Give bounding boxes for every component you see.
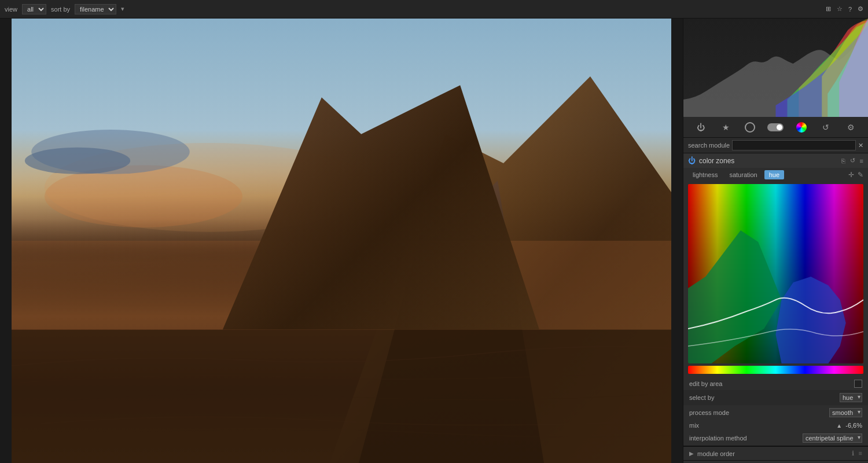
module-copy-icon[interactable]: ⎘	[841, 157, 845, 164]
sort-by-label: sort by	[51, 6, 70, 13]
toggle-switch[interactable]	[767, 123, 784, 131]
color-wheel-icon[interactable]	[796, 122, 807, 133]
search-module-input[interactable]	[732, 140, 856, 150]
color-zones-svg	[688, 184, 863, 363]
gear-icon[interactable]: ⚙	[858, 5, 863, 13]
view-label: view	[5, 6, 17, 13]
edit-by-area-row: edit by area	[683, 377, 868, 390]
photo-canvas	[12, 19, 671, 463]
power-icon[interactable]: ⏻	[694, 123, 707, 132]
histogram-svg	[683, 19, 868, 117]
refresh-icon[interactable]: ↺	[819, 123, 832, 132]
mix-value: -6,6%	[845, 422, 862, 429]
module-order-label: module order	[697, 450, 852, 457]
select-by-dropdown[interactable]: hue	[840, 393, 862, 402]
select-by-label: select by	[689, 394, 840, 401]
search-module-row: search module ✕	[683, 138, 868, 153]
view-select[interactable]: all	[22, 4, 46, 14]
sort-direction-icon[interactable]: ▾	[121, 5, 124, 13]
color-zones-panel: ⏻ color zones ⎘ ↺ ≡ lightness saturation…	[683, 153, 868, 446]
svg-point-2	[45, 165, 242, 227]
module-actions: ⎘ ↺ ≡	[841, 157, 863, 164]
module-order-arrow: ▶	[689, 450, 694, 457]
module-power-icon[interactable]: ⏻	[688, 156, 696, 165]
module-header[interactable]: ⏻ color zones ⎘ ↺ ≡	[683, 153, 868, 168]
cz-pick-icon[interactable]: ✛	[848, 171, 854, 179]
process-mode-label: process mode	[689, 409, 829, 416]
process-mode-dropdown-wrapper: smooth	[829, 408, 862, 417]
module-menu-icon[interactable]: ≡	[860, 157, 863, 164]
process-mode-row: process mode smooth	[683, 405, 868, 420]
search-module-label: search module	[688, 142, 730, 149]
interpolation-method-label: interpolation method	[689, 435, 803, 442]
modules-area[interactable]: ⏻ color zones ⎘ ↺ ≡ lightness saturation…	[683, 153, 868, 463]
settings-icon[interactable]: ⚙	[844, 123, 857, 132]
interpolation-method-row: interpolation method centripetal spline	[683, 431, 868, 446]
color-zones-tabs: lightness saturation hue ✛ ✎	[683, 168, 868, 182]
edit-by-area-label: edit by area	[689, 380, 854, 387]
interpolation-method-dropdown-wrapper: centripetal spline	[803, 433, 862, 443]
svg-point-9	[25, 148, 130, 174]
grid-icon[interactable]: ⊞	[826, 5, 831, 13]
tab-lightness[interactable]: lightness	[688, 170, 722, 179]
cz-hue-bar	[688, 366, 863, 374]
tab-hue[interactable]: hue	[764, 170, 784, 179]
process-mode-dropdown[interactable]: smooth	[829, 408, 862, 417]
module-toolbar: ⏻ ★ ↺ ⚙	[683, 117, 868, 138]
right-panel: ⏻ ★ ↺ ⚙ search module ✕ ⏻ color zones	[683, 19, 868, 463]
module-reset-icon[interactable]: ↺	[850, 157, 855, 164]
mix-label: mix	[689, 422, 833, 429]
select-by-row: select by hue	[683, 390, 868, 405]
search-clear-icon[interactable]: ✕	[858, 142, 863, 149]
main-container: ⏻ ★ ↺ ⚙ search module ✕ ⏻ color zones	[0, 19, 868, 463]
select-by-dropdown-wrapper: hue	[840, 393, 862, 402]
module-order-info-icon[interactable]: ℹ	[852, 450, 854, 457]
tab-saturation[interactable]: saturation	[724, 170, 762, 179]
module-order-icons: ℹ ≡	[852, 450, 862, 457]
mix-triangle-icon[interactable]: ▲	[836, 422, 842, 429]
color-zones-chart[interactable]	[688, 184, 863, 363]
more-modules-row[interactable]: ▶ more modules ℹ ≡	[683, 460, 868, 463]
topbar-right: ⊞ ☆ ? ⚙	[826, 5, 863, 13]
module-order-row[interactable]: ▶ module order ℹ ≡	[683, 446, 868, 460]
topbar: view all sort by filename ▾ ⊞ ☆ ? ⚙	[0, 0, 868, 19]
edit-by-area-checkbox[interactable]	[854, 380, 862, 388]
svg-rect-7	[12, 330, 671, 463]
sort-select[interactable]: filename	[75, 4, 116, 14]
cz-pencil-icon[interactable]: ✎	[858, 171, 863, 179]
landscape-svg	[12, 19, 671, 463]
help-icon[interactable]: ?	[848, 6, 852, 13]
module-title: color zones	[699, 157, 838, 165]
image-area	[0, 19, 683, 463]
histogram	[683, 19, 868, 117]
star-icon[interactable]: ☆	[837, 5, 843, 13]
cz-icons: ✛ ✎	[848, 171, 863, 179]
mix-row: mix ▲ -6,6%	[683, 420, 868, 431]
favorite-icon[interactable]: ★	[719, 123, 732, 132]
circle-icon[interactable]	[745, 122, 755, 133]
interpolation-method-dropdown[interactable]: centripetal spline	[803, 433, 862, 443]
module-order-menu-icon[interactable]: ≡	[859, 450, 862, 457]
